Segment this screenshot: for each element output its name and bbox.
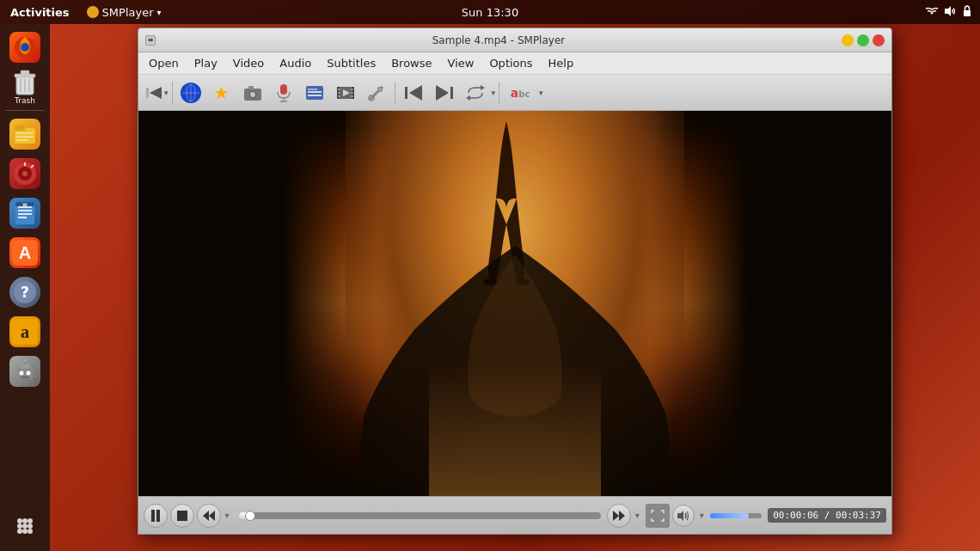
sidebar-item-firefox[interactable] (7, 29, 43, 65)
svg-marker-0 (945, 6, 951, 16)
files-icon (9, 119, 40, 150)
progress-bar[interactable] (239, 512, 601, 519)
sidebar-item-robot[interactable] (7, 353, 43, 389)
svg-rect-34 (20, 364, 30, 369)
toolbar-repeat[interactable] (461, 78, 490, 107)
svg-text:?: ? (21, 283, 29, 301)
stop-button[interactable] (170, 504, 194, 528)
star-icon: ★ (214, 83, 230, 103)
skip-back-icon (404, 85, 423, 101)
font-dropdown[interactable]: ▾ (539, 89, 543, 97)
window-menu-btn[interactable]: ≡ (145, 35, 156, 46)
svg-rect-69 (338, 89, 340, 90)
toolbar-skip-back[interactable] (399, 78, 428, 107)
maximize-button[interactable] (857, 34, 869, 46)
svg-point-42 (28, 518, 33, 523)
menu-audio[interactable]: Audio (273, 54, 318, 72)
sidebar-item-help[interactable]: ? (7, 274, 43, 310)
svg-point-41 (22, 518, 28, 523)
toolbar-mic[interactable] (269, 78, 298, 107)
toolbar-star[interactable]: ★ (207, 78, 236, 107)
svg-line-76 (371, 90, 379, 99)
camera-icon (243, 84, 262, 101)
rewind-button[interactable] (197, 504, 221, 528)
svg-point-39 (24, 359, 27, 362)
close-button[interactable] (873, 34, 885, 46)
appstore-icon: A (9, 237, 40, 268)
menu-view[interactable]: View (441, 54, 481, 72)
window-controls (842, 34, 885, 46)
menu-browse[interactable]: Browse (384, 54, 438, 72)
globe-icon (181, 83, 201, 103)
volume-icon (944, 5, 956, 20)
volume-button[interactable] (672, 505, 695, 527)
toolbar-tools[interactable] (362, 78, 391, 107)
sidebar-item-files[interactable] (7, 116, 43, 152)
menu-subtitles[interactable]: Subtitles (320, 54, 383, 72)
sidebar-item-music[interactable] (7, 156, 43, 192)
svg-rect-73 (351, 92, 352, 94)
time-display: 00:00:06 / 00:03:37 (768, 508, 886, 523)
toolbar-sep-3 (499, 82, 499, 104)
menu-open[interactable]: Open (142, 54, 186, 72)
rewind-dropdown[interactable]: ▾ (221, 504, 233, 528)
svg-point-46 (17, 529, 22, 534)
sidebar-item-trash[interactable]: Trash (7, 69, 43, 105)
video-area[interactable] (138, 111, 891, 496)
toolbar-subtitles[interactable] (300, 78, 329, 107)
toolbar-skip-fwd[interactable] (430, 78, 459, 107)
minimize-button[interactable] (842, 34, 854, 46)
controls-bar: ▾ ▾ (138, 496, 891, 534)
menu-help[interactable]: Help (542, 54, 581, 72)
repeat-dropdown[interactable]: ▾ (492, 89, 496, 97)
toolbar: ▾ ★ (138, 75, 891, 111)
writer-icon: W (9, 198, 40, 229)
sidebar-item-show-apps[interactable] (7, 508, 43, 544)
forward-button[interactable] (607, 504, 631, 528)
svg-rect-37 (21, 377, 29, 378)
svg-rect-58 (248, 86, 254, 89)
topbar-right (925, 5, 980, 20)
menu-video[interactable]: Video (226, 54, 271, 72)
forward-dropdown[interactable]: ▾ (631, 504, 643, 528)
svg-text:A: A (19, 243, 31, 262)
svg-marker-95 (677, 511, 683, 521)
smplayer-window: ≡ Sample 4.mp4 - SMPlayer Open Play Vide… (138, 28, 892, 535)
toolbar-prev-list[interactable] (142, 78, 166, 107)
svg-rect-49 (146, 88, 149, 98)
svg-point-47 (22, 529, 28, 534)
volume-slider[interactable] (710, 513, 762, 518)
svg-marker-50 (150, 87, 162, 99)
sidebar: Trash (0, 24, 50, 551)
svg-marker-84 (481, 85, 485, 90)
svg-marker-92 (209, 511, 215, 521)
svg-point-43 (17, 523, 22, 529)
sidebar-item-writer[interactable]: W (7, 195, 43, 231)
microphone-icon (276, 83, 291, 102)
svg-point-36 (27, 371, 31, 376)
menu-play[interactable]: Play (187, 54, 224, 72)
volume-dropdown[interactable]: ▾ (695, 504, 707, 528)
svg-rect-24 (18, 217, 27, 218)
sidebar-item-appstore[interactable]: A (7, 235, 43, 271)
svg-rect-90 (177, 511, 187, 521)
toolbar-globe[interactable] (176, 78, 205, 107)
pause-button[interactable] (144, 504, 168, 528)
menu-options[interactable]: Options (482, 54, 539, 72)
menubar: Open Play Video Audio Subtitles Browse V… (138, 52, 891, 75)
app-menu-button[interactable]: SMPlayer ▾ (80, 6, 168, 19)
toolbar-film[interactable] (331, 78, 360, 107)
toolbar-screenshot[interactable] (238, 78, 267, 107)
svg-text:W: W (22, 202, 28, 207)
activities-button[interactable]: Activities (0, 0, 80, 24)
svg-rect-14 (16, 139, 28, 141)
progress-handle[interactable] (245, 511, 255, 521)
toolbar-font[interactable]: abc (503, 78, 537, 107)
toolbar-prev-dropdown[interactable]: ▾ (164, 89, 168, 97)
sidebar-item-amazon[interactable]: a (7, 314, 43, 350)
svg-rect-70 (338, 92, 340, 94)
svg-rect-6 (21, 70, 29, 75)
titlebar-left-controls: ≡ (145, 35, 156, 46)
svg-rect-13 (16, 136, 34, 138)
fullscreen-button[interactable] (646, 504, 670, 528)
